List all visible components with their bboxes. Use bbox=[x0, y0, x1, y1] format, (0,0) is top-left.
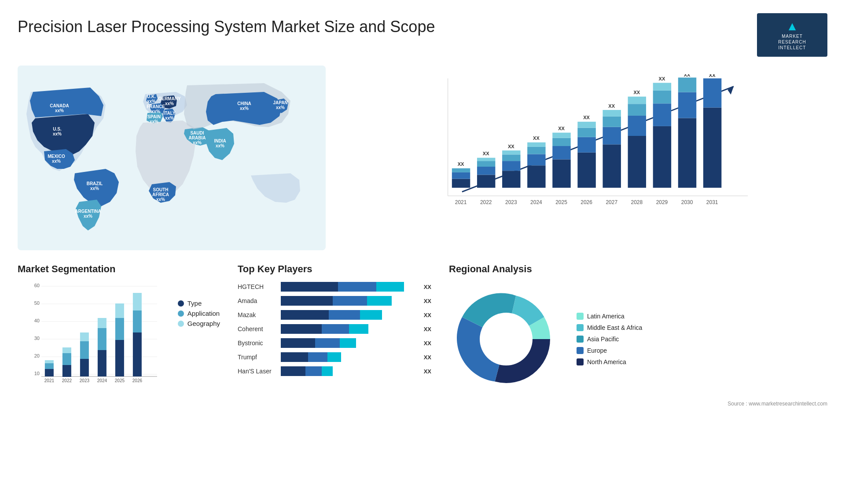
svg-rect-114 bbox=[45, 360, 54, 363]
regional-title: Regional Analysis bbox=[449, 263, 827, 275]
list-item: Amada XX bbox=[238, 296, 431, 306]
svg-rect-69 bbox=[577, 122, 595, 128]
svg-rect-54 bbox=[527, 165, 545, 188]
svg-rect-37 bbox=[452, 179, 470, 188]
legend-item-type: Type bbox=[178, 299, 220, 307]
svg-rect-92 bbox=[678, 77, 696, 92]
svg-text:XX: XX bbox=[458, 161, 464, 167]
svg-text:XX: XX bbox=[533, 135, 540, 141]
svg-rect-55 bbox=[527, 154, 545, 165]
svg-text:xx%: xx% bbox=[216, 143, 224, 148]
svg-rect-80 bbox=[628, 104, 646, 116]
legend-item-application: Application bbox=[178, 310, 220, 317]
legend-item-geography: Geography bbox=[178, 320, 220, 327]
svg-rect-112 bbox=[45, 369, 54, 376]
svg-text:ITALY: ITALY bbox=[163, 111, 176, 116]
svg-text:SPAIN: SPAIN bbox=[147, 114, 161, 119]
svg-rect-84 bbox=[653, 126, 671, 188]
svg-rect-128 bbox=[115, 340, 124, 376]
svg-rect-57 bbox=[527, 142, 545, 147]
segmentation-title: Market Segmentation bbox=[18, 263, 220, 275]
svg-text:2026: 2026 bbox=[132, 378, 143, 383]
svg-rect-43 bbox=[477, 167, 495, 175]
svg-text:2024: 2024 bbox=[97, 378, 107, 383]
svg-rect-85 bbox=[653, 103, 671, 126]
player-bar-hgtech bbox=[281, 282, 418, 292]
source-text: Source : www.marketresearchintellect.com bbox=[449, 401, 827, 407]
svg-rect-48 bbox=[502, 171, 520, 188]
page-title: Precision Laser Processing System Market… bbox=[18, 18, 435, 36]
legend-label-north-america: North America bbox=[587, 358, 626, 365]
svg-rect-121 bbox=[80, 341, 89, 359]
svg-text:SOUTH: SOUTH bbox=[153, 187, 169, 192]
svg-text:2027: 2027 bbox=[606, 199, 617, 205]
svg-rect-116 bbox=[62, 365, 71, 377]
svg-rect-126 bbox=[98, 318, 107, 328]
svg-rect-79 bbox=[628, 116, 646, 136]
svg-text:MEXICO: MEXICO bbox=[48, 154, 65, 159]
svg-rect-74 bbox=[603, 117, 621, 127]
svg-text:U.K.: U.K. bbox=[147, 94, 156, 99]
svg-text:xx%: xx% bbox=[150, 119, 158, 124]
svg-rect-50 bbox=[502, 154, 520, 161]
svg-rect-39 bbox=[452, 168, 470, 172]
svg-rect-81 bbox=[628, 97, 646, 104]
legend-rect-latin-america bbox=[577, 313, 584, 320]
svg-rect-38 bbox=[452, 172, 470, 179]
svg-text:xx%: xx% bbox=[147, 99, 156, 104]
player-bar-amada bbox=[281, 296, 418, 306]
svg-rect-78 bbox=[628, 136, 646, 188]
key-players-title: Top Key Players bbox=[238, 263, 431, 275]
legend-label-geography: Geography bbox=[187, 320, 220, 327]
svg-rect-124 bbox=[98, 350, 107, 376]
list-item: Bystronic XX bbox=[238, 338, 431, 348]
player-xx-bystronic: XX bbox=[424, 340, 431, 347]
player-name-trumpf: Trumpf bbox=[238, 354, 277, 361]
svg-rect-130 bbox=[115, 303, 124, 318]
svg-rect-91 bbox=[678, 92, 696, 118]
legend-label-application: Application bbox=[187, 310, 220, 317]
player-name-bystronic: Bystronic bbox=[238, 340, 277, 347]
svg-text:2028: 2028 bbox=[631, 199, 643, 205]
legend-label-type: Type bbox=[187, 299, 202, 307]
svg-text:FRANCE: FRANCE bbox=[147, 104, 165, 109]
list-item: Mazak XX bbox=[238, 310, 431, 320]
svg-text:XX: XX bbox=[709, 74, 716, 78]
svg-text:xx%: xx% bbox=[276, 105, 285, 110]
legend-rect-asia-pacific bbox=[577, 336, 584, 343]
svg-text:SAUDI: SAUDI bbox=[190, 131, 204, 135]
svg-rect-67 bbox=[577, 137, 595, 153]
segmentation-section: Market Segmentation 60 50 40 30 20 10 bbox=[18, 263, 220, 407]
svg-text:2026: 2026 bbox=[580, 199, 592, 205]
donut-chart bbox=[449, 282, 563, 396]
svg-text:XX: XX bbox=[558, 126, 565, 131]
player-xx-amada: XX bbox=[424, 298, 431, 304]
svg-rect-95 bbox=[703, 108, 721, 188]
svg-text:2030: 2030 bbox=[681, 199, 693, 205]
svg-rect-51 bbox=[502, 150, 520, 154]
svg-rect-72 bbox=[603, 144, 621, 188]
bottom-section: Market Segmentation 60 50 40 30 20 10 bbox=[18, 263, 827, 407]
svg-rect-42 bbox=[477, 175, 495, 187]
svg-rect-96 bbox=[703, 78, 721, 107]
svg-rect-75 bbox=[603, 110, 621, 117]
svg-text:xx%: xx% bbox=[84, 214, 92, 219]
legend-label-europe: Europe bbox=[587, 347, 607, 354]
regional-legend: Latin America Middle East & Africa Asia … bbox=[577, 313, 642, 365]
svg-rect-133 bbox=[133, 310, 142, 332]
player-xx-hans: XX bbox=[424, 368, 431, 375]
svg-rect-62 bbox=[552, 138, 570, 146]
svg-rect-90 bbox=[678, 118, 696, 187]
logo: ▲ MARKETRESEARCHINTELLECT bbox=[757, 13, 827, 57]
svg-rect-87 bbox=[653, 83, 671, 91]
player-xx-trumpf: XX bbox=[424, 354, 431, 361]
svg-text:CANADA: CANADA bbox=[50, 103, 69, 108]
player-bar-hans bbox=[281, 366, 418, 376]
svg-text:2025: 2025 bbox=[115, 378, 125, 383]
svg-text:xx%: xx% bbox=[165, 116, 174, 121]
svg-rect-63 bbox=[552, 133, 570, 138]
list-item: Han'S Laser XX bbox=[238, 366, 431, 376]
svg-rect-120 bbox=[80, 359, 89, 376]
segmentation-chart: 60 50 40 30 20 10 bbox=[18, 282, 169, 387]
svg-rect-134 bbox=[133, 293, 142, 310]
